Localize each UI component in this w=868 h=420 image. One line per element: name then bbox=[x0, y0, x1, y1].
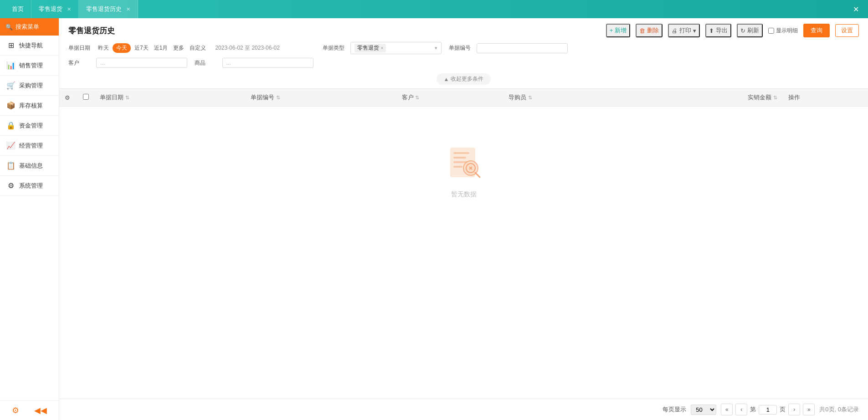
goods-select[interactable]: ... bbox=[222, 58, 313, 68]
refresh-button[interactable]: ↻ 刷新 bbox=[737, 24, 763, 37]
svg-rect-1 bbox=[453, 152, 469, 154]
svg-line-7 bbox=[475, 173, 480, 177]
th-amount[interactable]: 实销金额 ⇅ bbox=[632, 89, 783, 107]
date-custom[interactable]: 自定义 bbox=[188, 43, 208, 53]
sidebar-item-quick-nav[interactable]: ⊞ 快捷导航 bbox=[0, 36, 59, 56]
collapse-button[interactable]: ▲ 收起更多条件 bbox=[437, 73, 491, 85]
filter-date-range: 2023-06-02 至 2023-06-02 bbox=[215, 44, 315, 52]
date-today[interactable]: 今天 bbox=[113, 43, 131, 53]
sidebar-item-basic-info-label: 基础信息 bbox=[19, 162, 43, 170]
customer-placeholder: ... bbox=[100, 60, 105, 66]
th-guide-label: 导购员 bbox=[508, 94, 526, 101]
page-header: 零售退货历史 + 新增 🗑 删除 🖨 打印 ▾ ⬆ 导出 bbox=[59, 18, 868, 89]
page-title-row: 零售退货历史 + 新增 🗑 删除 🖨 打印 ▾ ⬆ 导出 bbox=[68, 24, 859, 37]
quick-nav-icon: ⊞ bbox=[6, 41, 15, 50]
select-all-checkbox[interactable] bbox=[83, 94, 89, 100]
tab-retail-return-close[interactable]: ✕ bbox=[67, 6, 71, 12]
display-detail-checkbox[interactable] bbox=[768, 28, 774, 34]
th-number[interactable]: 单据编号 ⇅ bbox=[245, 89, 396, 107]
th-date[interactable]: 单据日期 ⇅ bbox=[94, 89, 245, 107]
svg-rect-4 bbox=[453, 166, 462, 168]
query-button[interactable]: 查询 bbox=[803, 24, 830, 37]
sidebar-item-quick-nav-label: 快捷导航 bbox=[19, 41, 43, 50]
th-customer[interactable]: 客户 ⇅ bbox=[396, 89, 503, 107]
display-detail-label: 显示明细 bbox=[776, 27, 798, 35]
tab-retail-return-history[interactable]: 零售退货历史 ✕ bbox=[79, 0, 138, 18]
sidebar-item-system-mgmt[interactable]: ⚙ 系统管理 bbox=[0, 176, 59, 196]
display-detail-check[interactable]: 显示明细 bbox=[768, 27, 798, 35]
sidebar-item-inventory[interactable]: 📦 库存核算 bbox=[0, 96, 59, 116]
filter-voucher-number: 单据编号 bbox=[449, 43, 568, 53]
date-more[interactable]: 更多 bbox=[171, 43, 186, 53]
voucher-number-input[interactable] bbox=[477, 43, 568, 53]
sales-mgmt-icon: 📊 bbox=[6, 61, 15, 70]
empty-state: 暂无数据 bbox=[59, 107, 868, 226]
th-action: 操作 bbox=[783, 89, 868, 107]
sidebar-item-purchase-mgmt-label: 采购管理 bbox=[19, 82, 43, 90]
th-gear[interactable]: ⚙ bbox=[59, 89, 77, 107]
setting-button[interactable]: 设置 bbox=[835, 24, 859, 37]
page-first-button[interactable]: « bbox=[721, 404, 733, 415]
th-customer-sort-icon: ⇅ bbox=[415, 95, 419, 100]
sidebar-item-basic-info[interactable]: 📋 基础信息 bbox=[0, 156, 59, 176]
export-icon: ⬆ bbox=[709, 27, 714, 34]
print-arrow-icon: ▾ bbox=[693, 27, 696, 34]
th-date-label: 单据日期 bbox=[100, 94, 123, 101]
th-check[interactable] bbox=[77, 89, 94, 107]
system-mgmt-icon: ⚙ bbox=[6, 181, 15, 190]
th-guide[interactable]: 导购员 ⇅ bbox=[503, 89, 632, 107]
collapse-arrow-icon: ▲ bbox=[444, 76, 449, 82]
page-prev-button[interactable]: ‹ bbox=[735, 404, 747, 415]
th-customer-label: 客户 bbox=[402, 94, 414, 101]
content-area: 零售退货历史 + 新增 🗑 删除 🖨 打印 ▾ ⬆ 导出 bbox=[59, 18, 868, 420]
filter-customer: 客户 ... bbox=[68, 58, 187, 68]
refresh-icon: ↻ bbox=[740, 27, 745, 34]
page-input[interactable] bbox=[759, 405, 777, 415]
tab-home[interactable]: 首页 bbox=[5, 0, 31, 18]
gear-icon[interactable]: ⚙ bbox=[65, 94, 70, 101]
print-icon: 🖨 bbox=[672, 27, 678, 34]
date-yesterday[interactable]: 昨天 bbox=[96, 43, 111, 53]
sidebar-item-operations[interactable]: 📈 经营管理 bbox=[0, 136, 59, 156]
voucher-type-arrow-icon: ▾ bbox=[435, 45, 437, 51]
date-7days[interactable]: 近7天 bbox=[133, 43, 150, 53]
print-button[interactable]: 🖨 打印 ▾ bbox=[668, 24, 700, 37]
th-amount-sort-icon: ⇅ bbox=[773, 95, 777, 100]
export-button[interactable]: ⬆ 导出 bbox=[705, 24, 731, 37]
voucher-type-label: 单据类型 bbox=[323, 44, 348, 52]
search-icon: 🔍 bbox=[5, 24, 13, 31]
customer-select[interactable]: ... bbox=[96, 58, 187, 68]
delete-button[interactable]: 🗑 删除 bbox=[636, 24, 663, 37]
sidebar-item-operations-label: 经营管理 bbox=[19, 142, 43, 150]
page-title: 零售退货历史 bbox=[68, 26, 115, 36]
tab-retail-return-history-close[interactable]: ✕ bbox=[126, 6, 130, 12]
filter-row-2: 客户 ... 商品 ... bbox=[68, 58, 859, 68]
sidebar-item-purchase-mgmt[interactable]: 🛒 采购管理 bbox=[0, 76, 59, 96]
voucher-type-select[interactable]: 零售退货 × ▾ bbox=[350, 42, 442, 54]
filter-date: 单据日期 昨天 今天 近7天 近1月 更多 自定义 bbox=[68, 43, 208, 53]
date-1month[interactable]: 近1月 bbox=[152, 43, 170, 53]
add-button[interactable]: + 新增 bbox=[606, 24, 630, 37]
sidebar-item-system-mgmt-label: 系统管理 bbox=[19, 182, 43, 190]
filter-row-1: 单据日期 昨天 今天 近7天 近1月 更多 自定义 2023-06-02 至 2… bbox=[68, 42, 859, 54]
tab-retail-return[interactable]: 零售退货 ✕ bbox=[31, 0, 79, 18]
th-number-label: 单据编号 bbox=[251, 94, 274, 101]
sidebar: 🔍 搜索菜单 ⊞ 快捷导航 📊 销售管理 🛒 采购管理 📦 库存核算 🔒 资金管… bbox=[0, 18, 59, 420]
sidebar-item-finance-label: 资金管理 bbox=[19, 122, 43, 130]
tab-home-label: 首页 bbox=[12, 5, 24, 13]
basic-info-icon: 📋 bbox=[6, 161, 15, 170]
voucher-type-tag-close[interactable]: × bbox=[380, 46, 383, 51]
speaker-bottom-icon[interactable]: ◀◀ bbox=[34, 405, 47, 415]
sidebar-search[interactable]: 🔍 搜索菜单 bbox=[0, 18, 59, 36]
window-close-button[interactable]: ✕ bbox=[848, 5, 863, 14]
sidebar-item-finance[interactable]: 🔒 资金管理 bbox=[0, 116, 59, 136]
delete-icon: 🗑 bbox=[639, 27, 645, 34]
main-layout: 🔍 搜索菜单 ⊞ 快捷导航 📊 销售管理 🛒 采购管理 📦 库存核算 🔒 资金管… bbox=[0, 18, 868, 420]
settings-bottom-icon[interactable]: ⚙ bbox=[12, 405, 19, 415]
per-page-select[interactable]: 10 20 50 100 bbox=[691, 405, 716, 415]
purchase-mgmt-icon: 🛒 bbox=[6, 81, 15, 90]
page-next-button[interactable]: › bbox=[788, 404, 800, 415]
sidebar-item-sales-mgmt[interactable]: 📊 销售管理 bbox=[0, 56, 59, 76]
finance-icon: 🔒 bbox=[6, 121, 15, 130]
page-last-button[interactable]: » bbox=[803, 404, 815, 415]
